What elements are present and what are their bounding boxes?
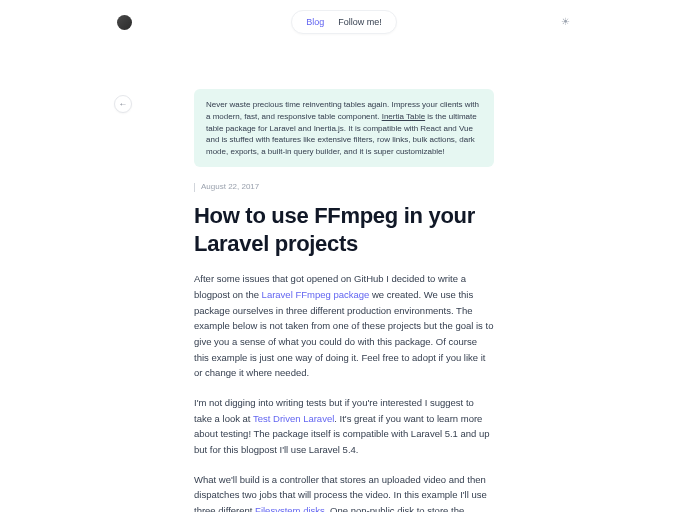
link-laravel-ffmpeg[interactable]: Laravel FFmpeg package bbox=[262, 289, 370, 300]
article: ← Never waste precious time reinventing … bbox=[194, 89, 494, 512]
avatar[interactable] bbox=[117, 15, 132, 30]
promo-banner: Never waste precious time reinventing ta… bbox=[194, 89, 494, 167]
arrow-left-icon: ← bbox=[119, 97, 128, 111]
link-filesystem-disks[interactable]: Filesystem disks bbox=[255, 505, 325, 512]
paragraph: I'm not digging into writing tests but i… bbox=[194, 395, 494, 458]
theme-toggle-button[interactable]: ☀ bbox=[558, 15, 572, 29]
article-body: After some issues that got opened on Git… bbox=[194, 271, 494, 512]
header: Blog Follow me! ☀ bbox=[0, 0, 688, 44]
article-title: How to use FFmpeg in your Laravel projec… bbox=[194, 202, 494, 257]
date-row: August 22, 2017 bbox=[194, 181, 494, 194]
publish-date: August 22, 2017 bbox=[201, 181, 259, 194]
paragraph: After some issues that got opened on Git… bbox=[194, 271, 494, 381]
nav-blog[interactable]: Blog bbox=[306, 15, 324, 29]
nav-pill: Blog Follow me! bbox=[291, 10, 397, 34]
back-button[interactable]: ← bbox=[114, 95, 132, 113]
link-tdd-laravel[interactable]: Test Driven Laravel bbox=[253, 413, 334, 424]
nav-follow[interactable]: Follow me! bbox=[338, 15, 382, 29]
promo-link[interactable]: Inertia Table bbox=[382, 112, 425, 121]
date-bar-icon bbox=[194, 183, 195, 192]
paragraph: What we'll build is a controller that st… bbox=[194, 472, 494, 512]
sun-icon: ☀ bbox=[561, 14, 570, 30]
